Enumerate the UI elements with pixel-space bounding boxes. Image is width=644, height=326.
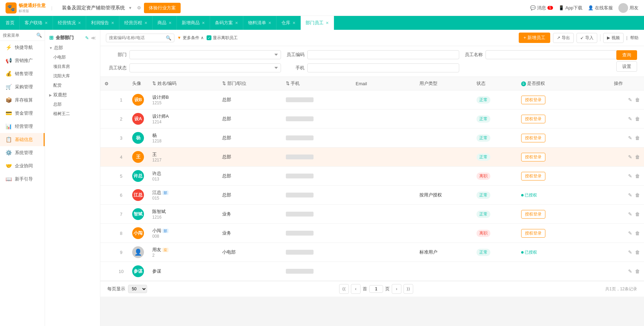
delete-icon[interactable]: 🗑 [635,192,640,198]
delete-icon[interactable]: 🗑 [635,230,640,236]
close-icon[interactable]: ✕ [78,21,81,25]
set-button[interactable]: 设置 [616,61,637,72]
edit-icon[interactable]: ✎ [628,173,632,179]
more-filter-btn[interactable]: ▼ 更多条件 ∧ [177,35,204,41]
search-input[interactable] [109,35,164,40]
delete-icon[interactable]: 🗑 [635,135,640,141]
close-icon[interactable]: ✕ [169,21,172,25]
auth-login-button[interactable]: 授权登录 [521,210,545,219]
sidebar-item-basic[interactable]: 📋 基础信息 [0,133,45,146]
edit-icon[interactable]: ✎ [628,97,632,103]
tab-customer[interactable]: 客户联络 ✕ [20,16,53,30]
edit-icon[interactable]: ✎ [628,249,632,255]
sidebar-item-finance[interactable]: 💳 资金管理 [0,107,45,120]
first-page-btn[interactable]: ⟨⟨ [339,284,349,294]
close-icon[interactable]: ✕ [268,21,271,25]
edit-icon[interactable]: ✎ [628,116,632,122]
sidebar-item-quick[interactable]: ⚡ 快捷导航 [0,41,45,54]
auth-login-button[interactable]: 授权登录 [521,115,545,123]
page-size-select[interactable]: 50 20 100 [128,285,147,293]
tab-warehouse[interactable]: 仓库 ✕ [276,16,301,30]
page-number-input[interactable] [369,285,383,293]
help-btn[interactable]: | [626,35,627,40]
settings-icon[interactable]: ⚙ [137,5,141,10]
app-download-btn[interactable]: 📱 App下载 [559,5,582,11]
edit-icon[interactable]: ✎ [628,154,632,160]
auth-login-button[interactable]: 授权登录 [521,134,545,142]
delete-icon[interactable]: 🗑 [635,154,640,160]
import-button[interactable]: ↙ 导入 [577,33,597,43]
tab-home[interactable]: 首页 [0,16,20,30]
sidebar-item-inventory[interactable]: 📦 库存核算 [0,94,45,107]
export-button[interactable]: ↗ 导出 [553,33,574,43]
delete-icon[interactable]: 🗑 [635,116,640,122]
dept-item-project[interactable]: 项目库房 [45,62,100,71]
close-icon[interactable]: ✕ [326,21,329,25]
edit-icon[interactable]: ✎ [628,135,632,141]
dept-item-xiaodibu[interactable]: 小电部 [45,53,100,62]
sidebar-item-sales[interactable]: 💰 销售管理 [0,67,45,80]
tab-dept-staff[interactable]: 部门员工 ✕ [301,16,334,30]
dept-item-zongbu[interactable]: 总部 [45,100,100,109]
tab-journey[interactable]: 经营历程 ✕ [119,16,153,30]
delete-icon[interactable]: 🗑 [635,211,640,217]
auth-login-button[interactable]: 授权登录 [521,153,545,161]
tab-barcode[interactable]: 条码方案 ✕ [210,16,243,30]
dept-all-btn[interactable]: ⊞ 全部部门 [49,35,74,41]
trial-button[interactable]: 体验行业方案 [144,3,181,13]
auth-login-button[interactable]: 授权登录 [521,229,545,238]
sidebar-item-guide[interactable]: 📖 新手引导 [0,173,45,186]
close-icon[interactable]: ✕ [45,21,48,25]
online-service-btn[interactable]: 👤 在线客服 [588,5,613,11]
show-resigned-toggle[interactable]: ✓ 显示离职员工 [207,35,238,41]
emp-status-select[interactable] [129,63,281,72]
auth-login-button[interactable]: 授权登录 [521,172,545,180]
sidebar-item-system[interactable]: ⚙️ 系统管理 [0,146,45,159]
dept-item-zhishu[interactable]: 植树王二 [45,109,100,118]
edit-icon[interactable]: ✎ [628,230,632,236]
col-name-th[interactable]: ⇅ 姓名/编码 [148,77,218,90]
close-icon[interactable]: ✕ [202,21,205,25]
tab-addgoods[interactable]: 新增商品 ✕ [177,16,210,30]
sidebar-item-collab[interactable]: 🤝 企业协同 [0,159,45,173]
edit-icon[interactable]: ✎ [628,268,632,274]
help-label[interactable]: 帮助 [630,35,638,41]
sidebar-item-purchase[interactable]: 🛒 采购管理 [0,80,45,94]
tab-profit[interactable]: 利润报告 ✕ [86,16,119,30]
dept-group-title-shuanglu[interactable]: ▶ 双鹿想 [45,90,100,100]
next-page-btn[interactable]: › [392,284,401,294]
auth-login-button[interactable]: 授权登录 [521,96,545,104]
delete-icon[interactable]: 🗑 [635,97,640,103]
dept-edit-icon[interactable]: ✎ [85,35,89,41]
view-button[interactable]: ▶ 视频 [603,33,624,43]
delete-icon[interactable]: 🗑 [635,249,640,255]
emp-code-input[interactable] [307,50,459,59]
edit-icon[interactable]: ✎ [628,192,632,198]
tab-business[interactable]: 经营情况 ✕ [53,16,86,30]
close-icon[interactable]: ✕ [111,21,114,25]
search-icon[interactable]: 🔍 [166,35,171,41]
emp-name-input[interactable] [486,50,637,59]
close-icon[interactable]: ✕ [144,21,147,25]
dept-item-peihuo[interactable]: 配货 [45,81,100,90]
search-button[interactable]: 查询 [616,50,637,60]
close-icon[interactable]: ✕ [235,21,238,25]
dept-group-title-general[interactable]: ▼ 总部 [45,43,100,53]
col-phone-th[interactable]: ⇅ 手机 [282,77,352,90]
sidebar-item-marketing[interactable]: 📢 营销推广 [0,54,45,67]
phone-input[interactable] [307,63,459,72]
dept-filter-select[interactable] [129,50,281,59]
tab-bom[interactable]: 物料清单 ✕ [243,16,276,30]
delete-icon[interactable]: 🗑 [635,173,640,179]
edit-icon[interactable]: ✎ [628,211,632,217]
col-settings-th[interactable]: ⚙ [100,77,114,90]
prev-page-btn[interactable]: ‹ [351,284,361,294]
user-menu-btn[interactable]: 用友 [618,3,638,13]
last-page-btn[interactable]: ⟩⟩ [403,284,413,294]
add-employee-button[interactable]: + 新增员工 [519,33,550,43]
sidebar-item-operation[interactable]: 📊 经营管理 [0,120,45,133]
close-icon[interactable]: ✕ [292,21,296,25]
dept-collapse-icon[interactable]: ≪ [91,35,96,41]
dept-item-shenyang[interactable]: 沈阳大库 [45,71,100,81]
message-icon-btn[interactable]: 💬 消息 5 [530,5,553,11]
